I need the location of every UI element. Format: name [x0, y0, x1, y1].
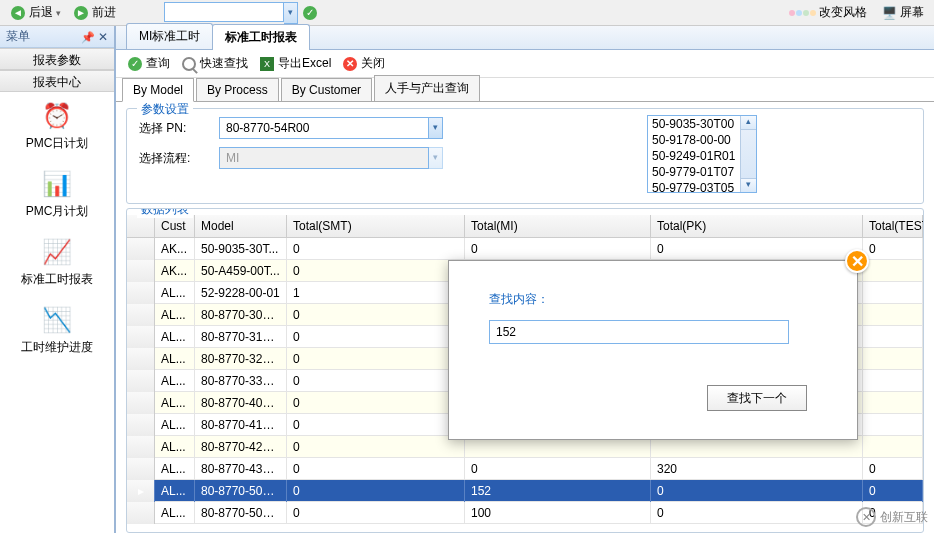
cell-smt[interactable]: 0 — [287, 392, 465, 414]
cell-model[interactable]: 80-8770-42R... — [195, 436, 287, 458]
row-header[interactable] — [127, 458, 155, 480]
row-header[interactable] — [127, 238, 155, 260]
row-header[interactable] — [127, 304, 155, 326]
cell-cust[interactable]: AL... — [155, 282, 195, 304]
cell-smt[interactable]: 0 — [287, 458, 465, 480]
cell-cust[interactable]: AK... — [155, 238, 195, 260]
table-row[interactable]: ▸AL...80-8770-50R...015200 — [127, 480, 923, 502]
dialog-close-icon[interactable]: ✕ — [845, 249, 869, 273]
chevron-down-icon[interactable]: ▾ — [429, 117, 443, 139]
query-button[interactable]: ✓ 查询 — [128, 55, 170, 72]
export-excel-button[interactable]: X 导出Excel — [260, 55, 331, 72]
find-input[interactable] — [489, 320, 789, 344]
find-next-button[interactable]: 查找下一个 — [707, 385, 807, 411]
row-header[interactable] — [127, 370, 155, 392]
pn-combo[interactable]: ▾ — [219, 117, 443, 139]
cell-model[interactable]: 52-9228-00-01 — [195, 282, 287, 304]
cell-pk[interactable]: 0 — [651, 502, 863, 524]
go-icon[interactable]: ✓ — [302, 5, 318, 21]
sidebar-item-pmc-day[interactable]: ⏰ PMC日计划 — [26, 100, 89, 152]
scroll-down-icon[interactable]: ▾ — [741, 178, 756, 192]
col-smt[interactable]: Total(SMT) — [287, 215, 465, 237]
cell-model[interactable]: 80-8770-31R... — [195, 326, 287, 348]
cell-mi[interactable]: 0 — [465, 238, 651, 260]
cell-pk[interactable]: 0 — [651, 238, 863, 260]
subtab-by-process[interactable]: By Process — [196, 78, 279, 101]
cell-test[interactable] — [863, 326, 923, 348]
row-header[interactable] — [127, 392, 155, 414]
cell-cust[interactable]: AL... — [155, 502, 195, 524]
cell-model[interactable]: 80-8770-32R... — [195, 348, 287, 370]
close-button[interactable]: ✕ 关闭 — [343, 55, 385, 72]
cell-mi[interactable]: 152 — [465, 480, 651, 502]
row-header[interactable] — [127, 282, 155, 304]
cell-test[interactable] — [863, 304, 923, 326]
screen-button[interactable]: 🖥️ 屏幕 — [877, 2, 928, 23]
subtab-manpower[interactable]: 人手与产出查询 — [374, 75, 480, 101]
cell-cust[interactable]: AL... — [155, 326, 195, 348]
cell-test[interactable] — [863, 414, 923, 436]
cell-test[interactable]: 0 — [863, 238, 923, 260]
cell-cust[interactable]: AK... — [155, 260, 195, 282]
table-row[interactable]: AK...50-9035-30T...0000 — [127, 238, 923, 260]
cell-test[interactable]: 0 — [863, 458, 923, 480]
row-header[interactable] — [127, 348, 155, 370]
cell-model[interactable]: 80-8770-50R... — [195, 480, 287, 502]
table-row[interactable]: AL...80-8770-50R...010000 — [127, 502, 923, 524]
cell-test[interactable] — [863, 260, 923, 282]
sidebar-section-params[interactable]: 报表参数 — [0, 48, 114, 70]
cell-smt[interactable]: 0 — [287, 370, 465, 392]
col-mi[interactable]: Total(MI) — [465, 215, 651, 237]
toolbar-combo[interactable]: ▾ — [164, 2, 298, 24]
cell-model[interactable]: 80-8770-50R... — [195, 502, 287, 524]
cell-test[interactable] — [863, 348, 923, 370]
cell-cust[interactable]: AL... — [155, 348, 195, 370]
row-header[interactable] — [127, 502, 155, 524]
cell-smt[interactable]: 0 — [287, 414, 465, 436]
sidebar-item-maintain[interactable]: 📉 工时维护进度 — [21, 304, 93, 356]
cell-cust[interactable]: AL... — [155, 458, 195, 480]
cell-cust[interactable]: AL... — [155, 304, 195, 326]
cell-cust[interactable]: AL... — [155, 392, 195, 414]
scroll-up-icon[interactable]: ▴ — [741, 116, 756, 130]
back-button[interactable]: ◄ 后退 ▾ — [6, 2, 65, 23]
cell-cust[interactable]: AL... — [155, 370, 195, 392]
cell-cust[interactable]: AL... — [155, 480, 195, 502]
cell-mi[interactable]: 0 — [465, 458, 651, 480]
row-header[interactable] — [127, 260, 155, 282]
col-model[interactable]: Model — [195, 215, 287, 237]
tab-std-report[interactable]: 标准工时报表 — [212, 24, 310, 50]
cell-cust[interactable]: AL... — [155, 436, 195, 458]
cell-mi[interactable]: 100 — [465, 502, 651, 524]
cell-pk[interactable]: 320 — [651, 458, 863, 480]
cell-model[interactable]: 50-9035-30T... — [195, 238, 287, 260]
table-row[interactable]: AL...80-8770-43R...003200 — [127, 458, 923, 480]
cell-test[interactable] — [863, 282, 923, 304]
pin-icon[interactable]: 📌 — [81, 31, 95, 43]
cell-smt[interactable]: 0 — [287, 348, 465, 370]
cell-model[interactable]: 80-8770-41R... — [195, 414, 287, 436]
cell-test[interactable] — [863, 392, 923, 414]
row-header[interactable] — [127, 414, 155, 436]
tab-mi-std[interactable]: MI标准工时 — [126, 23, 213, 49]
cell-smt[interactable]: 1 — [287, 282, 465, 304]
cell-cust[interactable]: AL... — [155, 414, 195, 436]
subtab-by-customer[interactable]: By Customer — [281, 78, 372, 101]
cell-model[interactable]: 80-8770-43R... — [195, 458, 287, 480]
listbox-scrollbar[interactable]: ▴ ▾ — [740, 116, 756, 192]
cell-test[interactable] — [863, 370, 923, 392]
cell-smt[interactable]: 0 — [287, 260, 465, 282]
forward-button[interactable]: ► 前进 — [69, 2, 120, 23]
sidebar-item-pmc-month[interactable]: 📊 PMC月计划 — [26, 168, 89, 220]
cell-smt[interactable]: 0 — [287, 436, 465, 458]
col-pk[interactable]: Total(PK) — [651, 215, 863, 237]
sidebar-item-std-report[interactable]: 📈 标准工时报表 — [21, 236, 93, 288]
cell-smt[interactable]: 0 — [287, 502, 465, 524]
pn-listbox[interactable]: 50-9035-30T00 50-9178-00-00 50-9249-01R0… — [647, 115, 757, 193]
cell-test[interactable]: 0 — [863, 480, 923, 502]
col-cust[interactable]: Cust — [155, 215, 195, 237]
row-header[interactable] — [127, 436, 155, 458]
sidebar-section-center[interactable]: 报表中心 — [0, 70, 114, 92]
cell-test[interactable] — [863, 436, 923, 458]
cell-smt[interactable]: 0 — [287, 238, 465, 260]
